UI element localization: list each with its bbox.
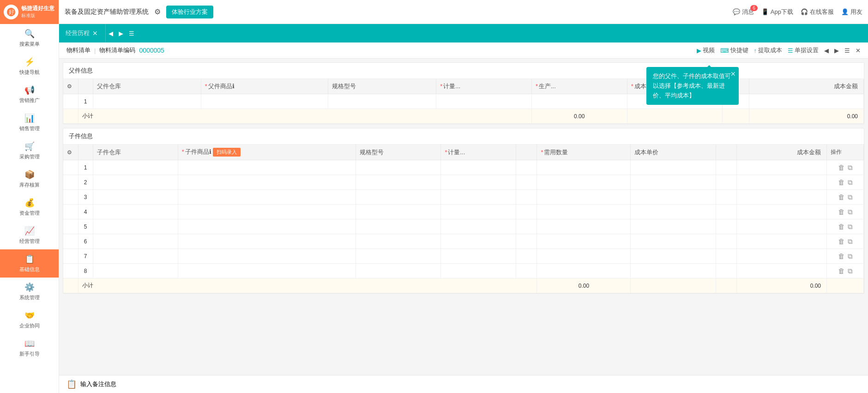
copy-icon-3[interactable]: ⧉ <box>848 208 853 216</box>
child-row-7-unit[interactable] <box>441 264 516 278</box>
child-row-7-quantity[interactable] <box>537 264 631 278</box>
child-row-5-unit[interactable] <box>441 234 516 249</box>
delete-icon-3[interactable]: 🗑 <box>838 208 845 216</box>
child-row-3-quantity[interactable] <box>537 205 631 219</box>
sidebar-item-10[interactable]: 🤝企业协同 <box>0 306 59 334</box>
child-row-1-unit[interactable] <box>441 175 516 190</box>
scan-input-btn[interactable]: 扫码录入 <box>213 148 241 157</box>
trial-button[interactable]: 体验行业方案 <box>166 6 213 18</box>
child-row-2-spec[interactable] <box>356 190 441 205</box>
sidebar-item-1[interactable]: ⚡快捷导航 <box>0 52 59 80</box>
user-button[interactable]: 👤 用友 <box>841 8 862 16</box>
parent-row-1-warehouse[interactable] <box>93 94 201 109</box>
child-row-3-spec[interactable] <box>356 205 441 219</box>
child-row-6-warehouse[interactable] <box>93 249 178 264</box>
delete-icon-6[interactable]: 🗑 <box>838 252 845 260</box>
child-row-0-spec[interactable] <box>356 160 441 175</box>
child-row-1-unit-price[interactable] <box>631 175 716 190</box>
nav-prev[interactable]: ◀ <box>824 47 829 54</box>
sidebar-item-8[interactable]: 📋基础信息 <box>0 249 59 278</box>
copy-icon-1[interactable]: ⧉ <box>848 178 853 187</box>
tab-4[interactable]: 经营历程✕ <box>59 24 106 42</box>
view-action[interactable]: ▶ 视频 <box>697 46 715 54</box>
close-page[interactable]: ✕ <box>856 47 861 54</box>
child-row-5-spec[interactable] <box>356 234 441 249</box>
tab-menu-icon[interactable]: ☰ <box>126 30 137 37</box>
delete-icon-7[interactable]: 🗑 <box>838 267 845 275</box>
delete-icon-2[interactable]: 🗑 <box>838 193 845 201</box>
child-row-0-product[interactable] <box>178 160 356 175</box>
copy-icon-5[interactable]: ⧉ <box>848 237 853 246</box>
copy-icon-2[interactable]: ⧉ <box>848 193 853 201</box>
extract-cost-action[interactable]: ↑ 提取成本 <box>754 46 783 54</box>
nav-next[interactable]: ▶ <box>834 47 839 54</box>
sidebar-item-3[interactable]: 📊销售管理 <box>0 109 59 137</box>
settings-icon-button[interactable]: ⚙ <box>152 6 163 18</box>
child-row-1-spec[interactable] <box>356 175 441 190</box>
child-row-2-quantity[interactable] <box>537 190 631 205</box>
delete-icon-0[interactable]: 🗑 <box>838 163 845 172</box>
message-button[interactable]: 💬 消息 6 <box>733 8 754 16</box>
delete-icon-5[interactable]: 🗑 <box>838 237 845 246</box>
child-row-3-warehouse[interactable] <box>93 205 178 219</box>
child-row-6-product[interactable] <box>178 249 356 264</box>
child-row-3-unit[interactable] <box>441 205 516 219</box>
copy-icon-6[interactable]: ⧉ <box>848 252 853 260</box>
child-row-6-spec[interactable] <box>356 249 441 264</box>
shortcut-action[interactable]: ⌨ 快捷键 <box>720 46 748 54</box>
parent-row-1-spec[interactable] <box>328 94 436 109</box>
child-row-4-unit[interactable] <box>441 219 516 234</box>
child-row-1-quantity[interactable] <box>537 175 631 190</box>
sidebar-item-5[interactable]: 📦库存核算 <box>0 165 59 193</box>
child-row-5-product[interactable] <box>178 234 356 249</box>
child-row-1-product[interactable] <box>178 175 356 190</box>
copy-icon-0[interactable]: ⧉ <box>848 163 853 172</box>
child-row-0-quantity[interactable] <box>537 160 631 175</box>
child-row-2-warehouse[interactable] <box>93 190 178 205</box>
app-download-button[interactable]: 📱 App下载 <box>761 8 793 16</box>
parent-row-1-produce[interactable] <box>531 94 627 109</box>
child-row-4-product[interactable] <box>178 219 356 234</box>
child-row-0-unit-price[interactable] <box>631 160 716 175</box>
child-row-5-warehouse[interactable] <box>93 234 178 249</box>
sidebar-item-0[interactable]: 🔍搜索菜单 <box>0 24 59 52</box>
child-row-5-quantity[interactable] <box>537 234 631 249</box>
child-row-4-quantity[interactable] <box>537 219 631 234</box>
copy-icon-4[interactable]: ⧉ <box>848 223 853 231</box>
child-row-6-unit[interactable] <box>441 249 516 264</box>
child-row-6-quantity[interactable] <box>537 249 631 264</box>
child-row-3-product[interactable] <box>178 205 356 219</box>
sidebar-item-4[interactable]: 🛒采购管理 <box>0 137 59 165</box>
child-row-6-unit-price[interactable] <box>631 249 716 264</box>
child-row-4-spec[interactable] <box>356 219 441 234</box>
child-row-7-product[interactable] <box>178 264 356 278</box>
delete-icon-4[interactable]: 🗑 <box>838 223 845 231</box>
sidebar-item-9[interactable]: ⚙️系统管理 <box>0 278 59 306</box>
child-row-7-spec[interactable] <box>356 264 441 278</box>
sidebar-item-6[interactable]: 💰资金管理 <box>0 193 59 221</box>
child-row-0-warehouse[interactable] <box>93 160 178 175</box>
online-service-button[interactable]: 🎧 在线客服 <box>801 8 834 16</box>
tab-close-4[interactable]: ✕ <box>91 30 99 36</box>
child-row-7-warehouse[interactable] <box>93 264 178 278</box>
sidebar-item-2[interactable]: 📢营销推广 <box>0 80 59 109</box>
child-row-1-warehouse[interactable] <box>93 175 178 190</box>
child-row-2-unit[interactable] <box>441 190 516 205</box>
tab-nav-arrow-right[interactable]: ▶ <box>116 30 126 37</box>
child-row-4-unit-price[interactable] <box>631 219 716 234</box>
nav-menu[interactable]: ☰ <box>844 47 850 54</box>
tab-nav-arrow[interactable]: ◀ <box>106 30 116 37</box>
child-row-2-product[interactable] <box>178 190 356 205</box>
child-row-2-unit-price[interactable] <box>631 190 716 205</box>
sidebar-item-7[interactable]: 📈经营管理 <box>0 221 59 249</box>
tooltip-close-btn[interactable]: ✕ <box>730 69 736 79</box>
sidebar-item-11[interactable]: 📖新手引导 <box>0 334 59 362</box>
delete-icon-1[interactable]: 🗑 <box>838 178 845 187</box>
copy-icon-7[interactable]: ⧉ <box>848 267 853 275</box>
child-row-0-unit[interactable] <box>441 160 516 175</box>
parent-row-1-unit[interactable] <box>436 94 532 109</box>
parent-row-1-product[interactable] <box>201 94 328 109</box>
child-row-7-unit-price[interactable] <box>631 264 716 278</box>
content-scroll[interactable]: ✕ 您的父件、子件的成本取值可以选择【参考成本、最新进价、平均成本】 父件信息 … <box>59 59 868 375</box>
single-setting-action[interactable]: ☰ 单据设置 <box>788 46 819 54</box>
